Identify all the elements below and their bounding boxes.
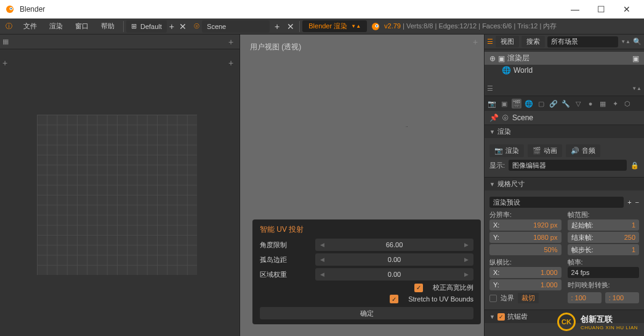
menu-help[interactable]: 帮助	[95, 18, 121, 35]
frame-step-field[interactable]: 帧步长:1	[568, 244, 640, 255]
tree-world[interactable]: 🌐 World	[489, 65, 639, 76]
layout-add-button[interactable]: +	[167, 22, 177, 31]
editor-type-icon[interactable]: ▦	[2, 38, 9, 46]
layout-selector[interactable]: ⊞ Default	[126, 20, 167, 33]
viewport-3d[interactable]: 用户视图 (透视) +	[240, 35, 484, 336]
render-button[interactable]: 📷渲染	[489, 144, 524, 157]
render-preset[interactable]: 渲染预设	[489, 197, 624, 208]
res-y-field[interactable]: Y:1080 px	[489, 232, 561, 243]
island-margin-field[interactable]: ◀0.00▶	[315, 253, 473, 266]
tab-texture[interactable]: ▦	[598, 99, 608, 109]
remap-new-field[interactable]: : 100	[605, 292, 639, 303]
globe-icon: 🌐	[502, 66, 511, 75]
chevron-icon[interactable]: ▼▲	[632, 86, 642, 91]
lock-icon[interactable]: 🔒	[630, 162, 639, 170]
preset-remove-button[interactable]: −	[635, 199, 639, 206]
blender-icon	[5, 4, 15, 14]
tab-render[interactable]: 📷	[487, 99, 497, 109]
info-icon[interactable]: ⓘ	[0, 22, 17, 31]
res-x-field[interactable]: X:1920 px	[489, 219, 561, 231]
property-tabs: 📷 ▣ 🎬 🌐 ▢ 🔗 🔧 ▽ ● ▦ ✦ ⬡	[485, 96, 644, 111]
uv-panel-header: ▦	[0, 35, 239, 49]
watermark-en: CHUANG XIN HU LIAN	[581, 325, 638, 330]
render-engine-selector[interactable]: Blender 渲染 ▼▲	[302, 20, 367, 32]
correct-aspect-checkbox[interactable]: ✓	[414, 284, 423, 292]
top-menu-bar: ⓘ 文件 渲染 窗口 帮助 ⊞ Default + ✕ ⦾ Scene + ✕ …	[0, 18, 644, 35]
camera-icon: 📷	[494, 147, 503, 155]
stretch-bounds-label: Stretch to UV Bounds	[408, 295, 473, 303]
frame-end-field[interactable]: 结束帧:250	[568, 232, 640, 243]
tab-render-layers[interactable]: ▣	[499, 99, 509, 109]
correct-aspect-label: 校正高宽比例	[433, 283, 473, 292]
aspect-x-field[interactable]: X:1.000	[489, 267, 561, 278]
section-dimensions-header[interactable]: ▼规格尺寸	[485, 177, 644, 191]
menu-window[interactable]: 窗口	[69, 18, 95, 35]
res-pct-field[interactable]: 50%	[489, 244, 561, 255]
area-split-top-right[interactable]: +	[228, 37, 237, 46]
tab-scene[interactable]: 🎬	[512, 99, 521, 109]
expand-icon[interactable]: ⊕	[489, 54, 496, 63]
tab-modifiers[interactable]: 🔧	[561, 99, 571, 109]
outliner-view-btn[interactable]: 视图	[496, 36, 519, 47]
svg-line-11	[240, 121, 425, 127]
display-selector[interactable]: 图像编辑器	[509, 160, 627, 171]
scene-remove-button[interactable]: ✕	[284, 22, 297, 31]
aspect-y-field[interactable]: Y:1.000	[489, 279, 561, 290]
frame-start-field[interactable]: 起始帧:1	[568, 219, 640, 231]
svg-point-2	[10, 8, 12, 9]
layout-remove-button[interactable]: ✕	[177, 22, 189, 31]
viewport-split-button[interactable]: +	[473, 37, 481, 46]
crop-label[interactable]: 裁切	[518, 293, 539, 303]
angle-limit-field[interactable]: ◀66.00▶	[315, 239, 473, 251]
tab-constraints[interactable]: 🔗	[549, 99, 558, 109]
aa-checkbox[interactable]: ✓	[497, 313, 505, 321]
aspect-label: 纵横比:	[489, 258, 561, 267]
preset-add-button[interactable]: +	[627, 199, 631, 206]
maximize-button[interactable]: ☐	[589, 1, 613, 18]
menu-file[interactable]: 文件	[17, 18, 43, 35]
tab-particles[interactable]: ✦	[610, 99, 620, 109]
remap-old-field[interactable]: : 100	[568, 292, 602, 303]
area-weight-field[interactable]: ◀0.00▶	[315, 268, 473, 281]
properties-icon[interactable]: ☰	[487, 84, 493, 92]
pin-icon[interactable]: 📌	[489, 113, 499, 122]
tab-physics[interactable]: ⬡	[622, 99, 632, 109]
panel-plus-l[interactable]: +	[2, 58, 11, 67]
tab-material[interactable]: ●	[586, 99, 595, 109]
property-breadcrumb: 📌 ⦾ Scene	[485, 111, 644, 125]
panel-plus-r[interactable]: +	[228, 58, 237, 67]
stats-bar: v2.79 | Verts:8/8 | Edges:12/12 | Faces:…	[384, 22, 644, 31]
border-checkbox[interactable]	[489, 295, 497, 302]
audio-button[interactable]: 🔊音频	[566, 144, 600, 157]
close-button[interactable]: ✕	[614, 1, 639, 18]
menu-render[interactable]: 渲染	[43, 18, 69, 35]
scene-add-button[interactable]: +	[272, 22, 282, 31]
render-btn-label: 渲染	[505, 146, 519, 155]
tab-world[interactable]: 🌐	[524, 99, 534, 109]
world-label: World	[513, 66, 533, 75]
outliner-icon[interactable]: ☰	[487, 38, 493, 46]
search-icon[interactable]: 🔍	[633, 38, 642, 46]
chevron-icon[interactable]: ▼▲	[621, 39, 630, 44]
scene-icon: ⦾	[194, 22, 199, 30]
frame-rate-selector[interactable]: 24 fps	[568, 267, 640, 278]
scene-crumb-label: Scene	[512, 113, 533, 122]
minimize-button[interactable]: —	[563, 1, 587, 18]
version-label: v2.79	[384, 22, 401, 30]
popup-title: 智能 UV 投射	[260, 224, 473, 235]
tab-data[interactable]: ▽	[573, 99, 583, 109]
outliner-search-btn[interactable]: 搜索	[521, 36, 545, 47]
section-render-header[interactable]: ▼渲染	[485, 125, 644, 138]
tree-render-layers[interactable]: ⊕ ▣ 渲染层 ▣	[485, 52, 644, 65]
stretch-bounds-checkbox[interactable]: ✓	[390, 295, 398, 303]
outliner-tree[interactable]: ⊕ ▣ 渲染层 ▣ 🌐 World	[485, 49, 644, 81]
layers-toggle-icon[interactable]: ▣	[632, 54, 639, 63]
ok-button[interactable]: 确定	[260, 307, 473, 319]
layers-icon: ▣	[498, 54, 505, 63]
tab-object[interactable]: ▢	[536, 99, 546, 109]
outliner-filter[interactable]: 所有场景	[547, 36, 618, 47]
anim-button[interactable]: 🎬动画	[528, 144, 562, 157]
uv-grid[interactable]	[37, 115, 197, 275]
border-label: 边界	[501, 293, 514, 303]
scene-selector[interactable]: Scene	[202, 20, 270, 33]
